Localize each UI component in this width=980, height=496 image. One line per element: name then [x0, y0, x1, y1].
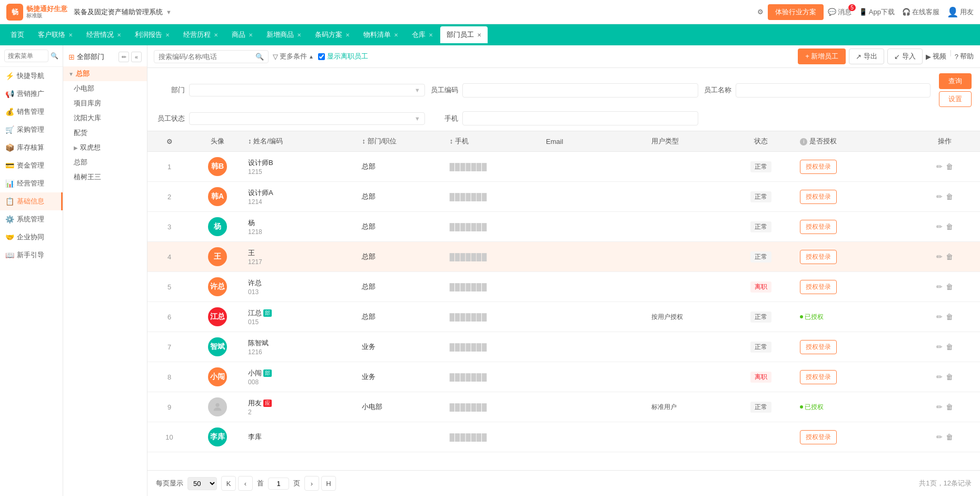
sidebar-search-input[interactable]: [4, 50, 48, 62]
gear-icon[interactable]: ⚙: [757, 8, 764, 16]
sidebar-item-inventory[interactable]: 📦 库存核算: [0, 139, 63, 157]
delete-button[interactable]: 🗑: [946, 283, 953, 291]
settings-icon[interactable]: ⚙: [166, 138, 173, 145]
delete-button[interactable]: 🗑: [946, 313, 953, 321]
edit-button[interactable]: ✏: [936, 222, 943, 231]
tab-customer[interactable]: 客户联络 ✕: [32, 26, 79, 43]
tab-close-customer[interactable]: ✕: [68, 32, 73, 38]
tab-home[interactable]: 首页: [4, 26, 31, 43]
last-page-btn[interactable]: H: [321, 476, 336, 491]
export-button[interactable]: ↗ 导出: [849, 48, 884, 64]
sidebar-item-guide[interactable]: 📖 新手引导: [0, 246, 63, 264]
dept-item-project[interactable]: 项目库房: [63, 96, 147, 111]
tab-close-add-goods[interactable]: ✕: [297, 32, 301, 38]
edit-button[interactable]: ✏: [936, 313, 943, 321]
sidebar-item-collab[interactable]: 🤝 企业协同: [0, 228, 63, 246]
auth-login-button[interactable]: 授权登录: [800, 280, 837, 294]
dept-item-distribution[interactable]: 配货: [63, 125, 147, 140]
edit-button[interactable]: ✏: [936, 373, 943, 381]
dept-item-zongbu[interactable]: ▼ 总部: [63, 66, 147, 81]
sidebar-item-marketing[interactable]: 📢 营销推广: [0, 85, 63, 103]
dropdown-arrow-icon[interactable]: ▼: [166, 9, 172, 15]
auth-login-button[interactable]: 授权登录: [800, 430, 837, 444]
dept-item-zongbu2[interactable]: 总部: [63, 155, 147, 170]
tab-close-profit[interactable]: ✕: [165, 32, 170, 38]
sidebar-item-sales[interactable]: 💰 销售管理: [0, 103, 63, 121]
dept-edit-btn[interactable]: ✏: [118, 52, 129, 62]
help-button[interactable]: ? 帮助: [955, 48, 974, 64]
sidebar-item-quick-nav[interactable]: ⚡ 快捷导航: [0, 67, 63, 85]
auth-login-button[interactable]: 授权登录: [800, 160, 837, 174]
page-size-select[interactable]: 50 100 200: [187, 477, 217, 490]
auth-login-button[interactable]: 授权登录: [800, 220, 837, 234]
employee-code-input[interactable]: [462, 83, 698, 98]
tab-close-goods[interactable]: ✕: [249, 32, 253, 38]
edit-button[interactable]: ✏: [936, 283, 943, 291]
delete-button[interactable]: 🗑: [946, 192, 953, 201]
tab-warehouse[interactable]: 仓库 ✕: [405, 26, 439, 43]
show-resigned-checkbox[interactable]: 显示离职员工: [318, 52, 368, 61]
search-input[interactable]: [159, 53, 253, 61]
tab-close-history[interactable]: ✕: [214, 32, 218, 38]
reset-button[interactable]: 设置: [939, 91, 972, 107]
trial-button[interactable]: 体验行业方案: [768, 4, 824, 20]
tab-close-department[interactable]: ✕: [477, 32, 481, 38]
dept-item-plant[interactable]: 植树王三: [63, 170, 147, 184]
online-service-item[interactable]: 🎧 在线客服: [902, 7, 939, 17]
sidebar-item-purchase[interactable]: 🛒 采购管理: [0, 121, 63, 139]
edit-button[interactable]: ✏: [936, 403, 943, 411]
tab-close-bom[interactable]: ✕: [394, 32, 398, 38]
edit-button[interactable]: ✏: [936, 433, 943, 441]
auth-login-button[interactable]: 授权登录: [800, 250, 837, 264]
tab-history[interactable]: 经营历程 ✕: [177, 26, 224, 43]
next-page-btn[interactable]: ›: [304, 476, 319, 491]
tab-operation[interactable]: 经营情况 ✕: [80, 26, 127, 43]
tab-add-goods[interactable]: 新增商品 ✕: [260, 26, 308, 43]
auth-login-button[interactable]: 授权登录: [800, 340, 837, 354]
edit-button[interactable]: ✏: [936, 343, 943, 351]
tab-close-barcode[interactable]: ✕: [345, 32, 350, 38]
tab-close-operation[interactable]: ✕: [117, 32, 121, 38]
tab-profit[interactable]: 利润报告 ✕: [128, 26, 176, 43]
sort-name-icon[interactable]: ↕: [248, 137, 252, 145]
auth-login-button[interactable]: 授权登录: [800, 190, 837, 204]
sort-dept-icon[interactable]: ↕: [362, 137, 365, 145]
auth-login-button[interactable]: 授权登录: [800, 370, 837, 384]
sort-phone-icon[interactable]: ↕: [450, 137, 453, 145]
delete-button[interactable]: 🗑: [946, 222, 953, 231]
sidebar-item-finance[interactable]: 💳 资金管理: [0, 157, 63, 174]
auth-info-icon[interactable]: i: [800, 138, 807, 145]
edit-button[interactable]: ✏: [936, 162, 943, 171]
show-resigned-input[interactable]: [318, 53, 325, 60]
delete-button[interactable]: 🗑: [946, 373, 953, 381]
search-button[interactable]: 查询: [939, 73, 972, 89]
video-button[interactable]: ▶ 视频: [926, 48, 946, 64]
tab-bom[interactable]: 物料清单 ✕: [357, 26, 404, 43]
status-filter-dropdown[interactable]: ▼: [189, 112, 425, 125]
delete-button[interactable]: 🗑: [946, 162, 953, 171]
more-filter-btn[interactable]: ▽ 更多条件 ▲: [273, 52, 314, 61]
first-page-btn[interactable]: K: [221, 476, 236, 491]
sidebar-item-basic[interactable]: 📋 基础信息: [0, 192, 63, 210]
dept-item-shuanghu[interactable]: ▶ 双虎想: [63, 140, 147, 155]
employee-name-input[interactable]: [736, 83, 930, 98]
sidebar-item-system[interactable]: ⚙️ 系统管理: [0, 210, 63, 228]
phone-input[interactable]: [462, 111, 698, 125]
add-employee-button[interactable]: + 新增员工: [798, 48, 846, 64]
delete-button[interactable]: 🗑: [946, 403, 953, 411]
tab-department[interactable]: 部门员工 ✕: [440, 26, 488, 43]
dept-filter-dropdown[interactable]: ▼: [189, 84, 425, 96]
edit-button[interactable]: ✏: [936, 192, 943, 201]
dept-collapse-btn[interactable]: «: [131, 52, 142, 62]
prev-page-btn[interactable]: ‹: [238, 476, 253, 491]
message-icon-item[interactable]: 💬 消息 5: [828, 7, 852, 17]
app-download-item[interactable]: 📱 App下载: [859, 7, 895, 17]
import-button[interactable]: ↙ 导入: [887, 48, 923, 64]
delete-button[interactable]: 🗑: [946, 252, 953, 261]
user-avatar-item[interactable]: 👤 用友: [947, 6, 974, 18]
dept-item-xiaodian[interactable]: 小电部: [63, 81, 147, 96]
delete-button[interactable]: 🗑: [946, 433, 953, 441]
tab-close-warehouse[interactable]: ✕: [429, 32, 433, 38]
page-number-input[interactable]: [268, 478, 289, 490]
tab-goods[interactable]: 商品 ✕: [225, 26, 259, 43]
